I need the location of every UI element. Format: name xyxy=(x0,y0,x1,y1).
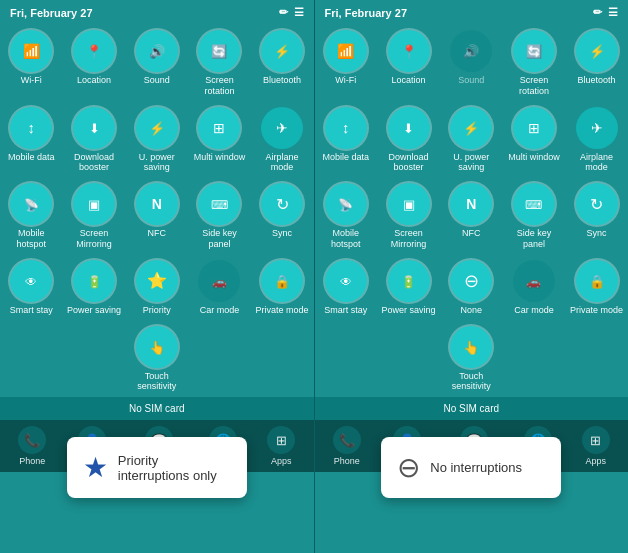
qs-wifi-left[interactable]: Wi-Fi xyxy=(3,30,59,97)
qs-sync-left[interactable]: Sync xyxy=(254,183,310,250)
qs-rotation-right[interactable]: Screen rotation xyxy=(506,30,562,97)
qs-row-3-right: Mobile hotspot Screen Mirroring NFC Side… xyxy=(315,178,629,255)
nfc-label-right: NFC xyxy=(462,228,481,239)
qs-car-left[interactable]: Car mode xyxy=(191,260,247,316)
qs-powersave-right[interactable]: Power saving xyxy=(381,260,437,316)
touch-icon-left xyxy=(136,326,178,368)
qs-sidekey-right[interactable]: Side key panel xyxy=(506,183,562,250)
location-label-left: Location xyxy=(77,75,111,86)
private-label-right: Private mode xyxy=(570,305,623,316)
qs-touch-left[interactable]: Touch sensitivity xyxy=(129,326,185,393)
date-left: Fri, February 27 xyxy=(10,7,93,19)
menu-icon: ☰ xyxy=(294,6,304,19)
upower-label-left: U. power saving xyxy=(129,152,185,174)
qs-mirror-right[interactable]: Screen Mirroring xyxy=(381,183,437,250)
priority-label-left: Priority xyxy=(143,305,171,316)
qs-sidekey-left[interactable]: Side key panel xyxy=(191,183,247,250)
car-icon-right xyxy=(513,260,555,302)
qs-sync-right[interactable]: Sync xyxy=(569,183,625,250)
qs-bluetooth-left[interactable]: Bluetooth xyxy=(254,30,310,97)
multi-label-left: Multi window xyxy=(194,152,246,163)
hotspot-label-right: Mobile hotspot xyxy=(318,228,374,250)
qs-sound-right[interactable]: Sound xyxy=(443,30,499,97)
upower-label-right: U. power saving xyxy=(443,152,499,174)
mirror-label-left: Screen Mirroring xyxy=(66,228,122,250)
qs-wifi-right[interactable]: Wi-Fi xyxy=(318,30,374,97)
location-icon-right xyxy=(388,30,430,72)
private-icon-left xyxy=(261,260,303,302)
qs-private-left[interactable]: Private mode xyxy=(254,260,310,316)
sound-label-left: Sound xyxy=(144,75,170,86)
wifi-label-left: Wi-Fi xyxy=(21,75,42,86)
nav-apps-right[interactable]: ⊞ Apps xyxy=(582,426,610,466)
qs-hotspot-right[interactable]: Mobile hotspot xyxy=(318,183,374,250)
qs-none-right[interactable]: None xyxy=(443,260,499,316)
smartstay-icon-right xyxy=(325,260,367,302)
qs-touch-right[interactable]: Touch sensitivity xyxy=(443,326,499,393)
qs-row-5-left: Touch sensitivity xyxy=(0,321,314,398)
nfc-icon-right xyxy=(450,183,492,225)
upower-icon-left xyxy=(136,107,178,149)
bluetooth-label-left: Bluetooth xyxy=(263,75,301,86)
qs-download-right[interactable]: Download booster xyxy=(381,107,437,174)
qs-priority-left[interactable]: Priority xyxy=(129,260,185,316)
qs-smartstay-left[interactable]: Smart stay xyxy=(3,260,59,316)
qs-row-1-left: Wi-Fi Location Sound Screen rotation Blu… xyxy=(0,25,314,102)
qs-row-4-right: Smart stay Power saving None Car mode Pr… xyxy=(315,255,629,321)
qs-mobile-right[interactable]: Mobile data xyxy=(318,107,374,174)
none-icon-right xyxy=(450,260,492,302)
qs-smartstay-right[interactable]: Smart stay xyxy=(318,260,374,316)
qs-row-1-right: Wi-Fi Location Sound Screen rotation Blu… xyxy=(315,25,629,102)
nav-apps-left[interactable]: ⊞ Apps xyxy=(267,426,295,466)
qs-private-right[interactable]: Private mode xyxy=(569,260,625,316)
bluetooth-label-right: Bluetooth xyxy=(578,75,616,86)
qs-row-2-right: Mobile data Download booster U. power sa… xyxy=(315,102,629,179)
hotspot-icon-left xyxy=(10,183,52,225)
nav-phone-left[interactable]: 📞 Phone xyxy=(18,426,46,466)
qs-mirror-left[interactable]: Screen Mirroring xyxy=(66,183,122,250)
left-panel: Fri, February 27 ✏ ☰ Wi-Fi Location Soun… xyxy=(0,0,314,553)
sidekey-label-right: Side key panel xyxy=(506,228,562,250)
qs-mobile-left[interactable]: Mobile data xyxy=(3,107,59,174)
qs-rotation-left[interactable]: Screen rotation xyxy=(191,30,247,97)
qs-hotspot-left[interactable]: Mobile hotspot xyxy=(3,183,59,250)
qs-bluetooth-right[interactable]: Bluetooth xyxy=(569,30,625,97)
qs-row-3-left: Mobile hotspot Screen Mirroring NFC Side… xyxy=(0,178,314,255)
download-icon-left xyxy=(73,107,115,149)
qs-upower-left[interactable]: U. power saving xyxy=(129,107,185,174)
qs-airplane-left[interactable]: Airplane mode xyxy=(254,107,310,174)
mobile-icon-left xyxy=(10,107,52,149)
sync-label-right: Sync xyxy=(587,228,607,239)
rotation-label-right: Screen rotation xyxy=(506,75,562,97)
wifi-icon-right xyxy=(325,30,367,72)
sound-label-right: Sound xyxy=(458,75,484,86)
pencil-icon-right: ✏ xyxy=(593,6,602,19)
qs-car-right[interactable]: Car mode xyxy=(506,260,562,316)
hotspot-label-left: Mobile hotspot xyxy=(3,228,59,250)
qs-powersave-left[interactable]: Power saving xyxy=(66,260,122,316)
date-right: Fri, February 27 xyxy=(325,7,408,19)
phone-icon-right: 📞 xyxy=(333,426,361,454)
status-icons-left: ✏ ☰ xyxy=(279,6,304,19)
qs-location-right[interactable]: Location xyxy=(381,30,437,97)
sidekey-icon-right xyxy=(513,183,555,225)
qs-airplane-right[interactable]: Airplane mode xyxy=(569,107,625,174)
qs-multi-right[interactable]: Multi window xyxy=(506,107,562,174)
qs-nfc-left[interactable]: NFC xyxy=(129,183,185,250)
qs-sound-left[interactable]: Sound xyxy=(129,30,185,97)
hotspot-icon-right xyxy=(325,183,367,225)
smartstay-label-left: Smart stay xyxy=(10,305,53,316)
rotation-icon-right xyxy=(513,30,555,72)
qs-nfc-right[interactable]: NFC xyxy=(443,183,499,250)
nav-phone-right[interactable]: 📞 Phone xyxy=(333,426,361,466)
qs-upower-right[interactable]: U. power saving xyxy=(443,107,499,174)
mirror-icon-right xyxy=(388,183,430,225)
powersave-label-left: Power saving xyxy=(67,305,121,316)
qs-location-left[interactable]: Location xyxy=(66,30,122,97)
bluetooth-icon-right xyxy=(576,30,618,72)
qs-download-left[interactable]: Download booster xyxy=(66,107,122,174)
wifi-label-right: Wi-Fi xyxy=(335,75,356,86)
smartstay-label-right: Smart stay xyxy=(324,305,367,316)
circle-minus-popup-icon-right xyxy=(397,451,420,484)
qs-multi-left[interactable]: Multi window xyxy=(191,107,247,174)
